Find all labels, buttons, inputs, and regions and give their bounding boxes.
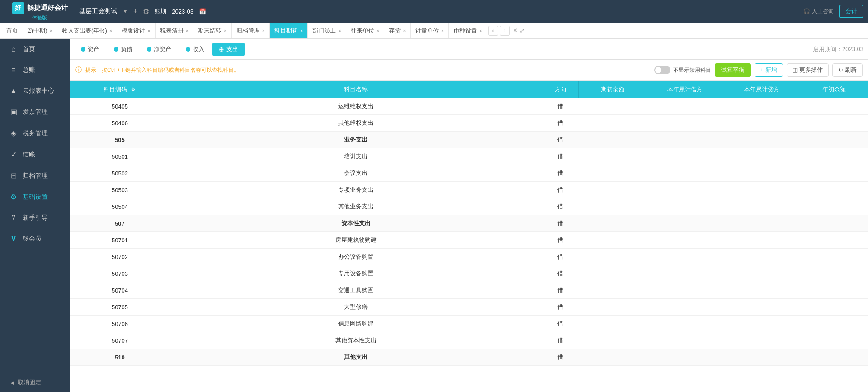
cell-code: 50501 (70, 148, 170, 165)
sidebar-item-home-label: 首页 (23, 45, 35, 53)
tab-unit-close[interactable]: × (441, 28, 444, 33)
calculate-btn[interactable]: 试算平衡 (715, 63, 751, 77)
header-settings-btn[interactable]: ⚙ (143, 7, 149, 16)
subject-tab-liabilities[interactable]: 负债 (108, 43, 139, 56)
cell-direction: 借 (542, 299, 579, 316)
tab-sigma[interactable]: 𝛴(中期) × (23, 23, 57, 39)
toggle-label: 不显示禁用科目 (673, 66, 711, 74)
service-btn[interactable]: 🎧 人工咨询 (803, 8, 834, 15)
tab-contacts-close[interactable]: × (377, 28, 379, 33)
cell-ytd-credit (723, 332, 800, 349)
tab-dept-close[interactable]: × (338, 28, 341, 33)
tab-next-btn[interactable]: › (500, 26, 510, 36)
tab-period-end-close[interactable]: × (224, 28, 226, 33)
tab-inventory-close[interactable]: × (403, 28, 406, 33)
sidebar-cancel-fixed[interactable]: ◄ 取消固定 (0, 373, 70, 392)
tab-sigma-close[interactable]: × (50, 28, 52, 33)
header-calendar-icon[interactable]: 📅 (199, 8, 206, 15)
col-code-gear[interactable]: ⚙ (131, 86, 136, 93)
add-btn[interactable]: + 新增 (755, 63, 783, 77)
sidebar-item-home[interactable]: ⌂ 首页 (0, 39, 70, 60)
cell-code: 50704 (70, 282, 170, 299)
tab-currency[interactable]: 币种设置 × (449, 23, 487, 39)
col-direction: 方向 (542, 81, 579, 98)
cell-code: 50503 (70, 182, 170, 198)
tab-template-close[interactable]: × (147, 28, 150, 33)
subject-tab-assets[interactable]: 资产 (75, 43, 106, 56)
table-row: 50706 信息网络购建 借 (70, 316, 868, 332)
sidebar-item-reports[interactable]: ▲ 云报表中心 (0, 80, 70, 101)
tab-taxform-label: 税表清册 (160, 27, 184, 35)
sidebar-item-guide[interactable]: ? 新手引导 (0, 208, 70, 228)
cell-ytd-debit (646, 265, 723, 282)
tab-unit[interactable]: 计量单位 × (411, 23, 449, 39)
company-dropdown[interactable]: ▼ (123, 8, 128, 14)
tab-maximize-btn[interactable]: ⤢ (519, 27, 524, 34)
tab-archive[interactable]: 归档管理 × (232, 23, 270, 39)
cell-ytd-credit (723, 148, 800, 165)
cell-code: 50504 (70, 198, 170, 215)
tab-taxform-close[interactable]: × (186, 28, 189, 33)
sidebar-item-ledger[interactable]: ≡ 总账 (0, 60, 70, 80)
tab-contacts[interactable]: 往来单位 × (346, 23, 384, 39)
cell-opening (579, 182, 646, 198)
header-period-value: 2023-03 (172, 8, 193, 15)
tab-inventory-label: 存货 (389, 27, 401, 35)
table-row: 50504 其他业务支出 借 (70, 198, 868, 215)
col-opening: 期初余额 (579, 81, 646, 98)
tab-dept[interactable]: 部门员工 × (308, 23, 346, 39)
table-row: 50704 交通工具购置 借 (70, 282, 868, 299)
account-btn[interactable]: 会计 (839, 5, 863, 18)
tab-archive-close[interactable]: × (262, 28, 265, 33)
cell-year-open (800, 198, 868, 215)
tab-subject-init[interactable]: 科目期初 × (270, 23, 308, 39)
sidebar-item-invoice[interactable]: ▣ 发票管理 (0, 101, 70, 123)
cancel-fixed-icon: ◄ (9, 379, 15, 386)
tab-archive-label: 归档管理 (236, 27, 260, 35)
equity-dot (147, 47, 151, 52)
tab-prev-btn[interactable]: ‹ (488, 26, 498, 36)
tab-home[interactable]: 首页 (2, 23, 23, 39)
cell-code: 505 (70, 132, 170, 148)
tab-income-close[interactable]: × (109, 28, 112, 33)
table-row: 507 资本性支出 借 (70, 215, 868, 232)
tab-close-all-btn[interactable]: ✕ (513, 27, 518, 34)
cell-year-open (800, 249, 868, 265)
header-add-btn[interactable]: + (133, 7, 137, 15)
col-ytd-debit: 本年累计借方 (646, 81, 723, 98)
subject-tab-income[interactable]: 收入 (179, 43, 211, 56)
cell-name: 交通工具购置 (170, 282, 542, 299)
app-logo-icon: 好 (12, 2, 24, 14)
tab-subject-init-close[interactable]: × (300, 28, 303, 33)
tab-income[interactable]: 收入支出表(年报) × (57, 23, 117, 39)
sidebar-item-guide-label: 新手引导 (23, 214, 48, 222)
cell-ytd-credit (723, 249, 800, 265)
cell-name: 业务支出 (170, 132, 542, 148)
refresh-btn[interactable]: ↻ 刷新 (832, 63, 863, 77)
sidebar-item-member[interactable]: V 畅会员 (0, 228, 70, 249)
cell-direction: 借 (542, 349, 579, 366)
subject-tab-expenditure[interactable]: ⊕ 支出 (212, 43, 245, 56)
tab-period-end[interactable]: 期末结转 × (193, 23, 231, 39)
tab-template[interactable]: 模版设计 × (117, 23, 155, 39)
tab-dept-label: 部门员工 (312, 27, 336, 35)
table-row: 50503 专项业务支出 借 (70, 182, 868, 198)
tab-currency-close[interactable]: × (479, 28, 482, 33)
toggle-switch[interactable] (654, 66, 670, 74)
sidebar-item-tax[interactable]: ◈ 税务管理 (0, 123, 70, 144)
cell-ytd-credit (723, 349, 800, 366)
cell-code: 510 (70, 349, 170, 366)
subject-tab-equity-label: 净资产 (154, 45, 171, 53)
sidebar-item-settings[interactable]: ⚙ 基础设置 (0, 186, 70, 208)
cell-year-open (800, 115, 868, 132)
more-btn[interactable]: ◫ 更多操作 (787, 63, 829, 77)
cell-code: 50702 (70, 249, 170, 265)
tab-taxform[interactable]: 税表清册 × (156, 23, 193, 39)
sidebar-item-checkout[interactable]: ✓ 结账 (0, 144, 70, 165)
cell-ytd-debit (646, 299, 723, 316)
cell-year-open (800, 332, 868, 349)
cell-year-open (800, 182, 868, 198)
tab-inventory[interactable]: 存货 × (384, 23, 410, 39)
sidebar-item-archive[interactable]: ⊞ 归档管理 (0, 165, 70, 186)
subject-tab-equity[interactable]: 净资产 (141, 43, 178, 56)
